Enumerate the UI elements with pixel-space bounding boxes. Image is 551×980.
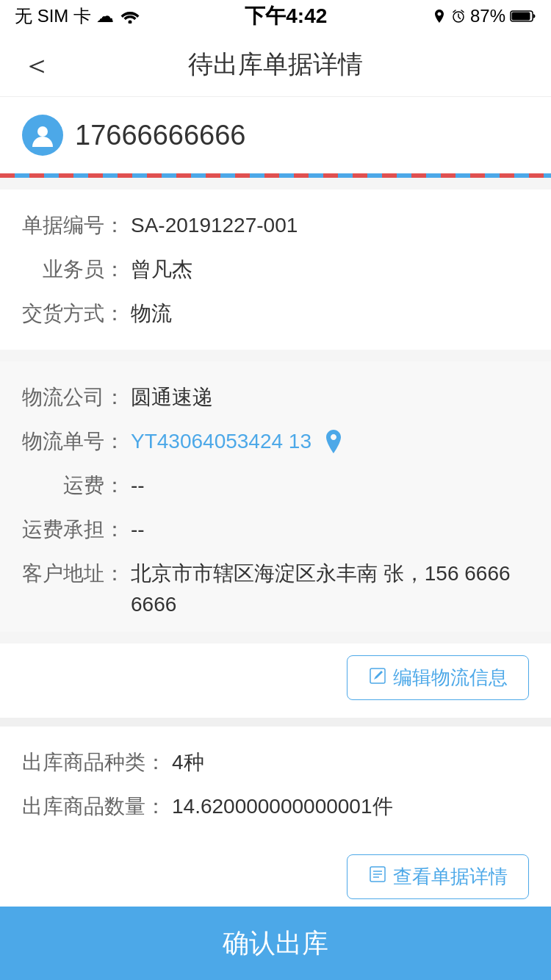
wifi-icon — [120, 9, 140, 24]
delivery-row: 交货方式： 物流 — [22, 298, 529, 329]
sales-person-label: 业务员： — [22, 254, 125, 285]
company-value: 圆通速递 — [131, 382, 529, 413]
tracking-value: YT43064053424 13 — [131, 426, 311, 457]
types-label: 出库商品种类： — [22, 747, 166, 778]
stats-section: 出库商品种类： 4种 出库商品数量： 14.620000000000001件 — [0, 727, 551, 843]
edit-logistics-area: 编辑物流信息 — [0, 644, 551, 718]
quantity-row: 出库商品数量： 14.620000000000001件 — [22, 791, 529, 822]
address-value: 北京市市辖区海淀区永丰南 张，156 6666 6666 — [131, 558, 529, 620]
address-row: 客户地址： 北京市市辖区海淀区永丰南 张，156 6666 6666 — [22, 558, 529, 620]
alarm-icon — [451, 9, 466, 24]
types-row: 出库商品种类： 4种 — [22, 747, 529, 778]
address-label: 客户地址： — [22, 558, 125, 589]
order-no-value: SA-20191227-001 — [131, 210, 529, 241]
section-separator — [0, 718, 551, 727]
freight-label: 运费： — [22, 470, 125, 501]
location-status-icon — [432, 9, 447, 24]
svg-rect-3 — [511, 12, 530, 21]
order-no-row: 单据编号： SA-20191227-001 — [22, 210, 529, 241]
tracking-label: 物流单号： — [22, 426, 125, 457]
freight-value: -- — [131, 470, 529, 501]
confirm-button-label: 确认出库 — [223, 926, 328, 962]
edit-logistics-label: 编辑物流信息 — [393, 665, 508, 691]
customer-header: 17666666666 — [0, 97, 551, 173]
tracking-row: 物流单号： YT43064053424 13 — [22, 426, 529, 457]
customer-phone: 17666666666 — [75, 120, 245, 151]
sales-person-value: 曾凡杰 — [131, 254, 529, 285]
status-time: 下午4:42 — [245, 2, 327, 30]
company-label: 物流公司： — [22, 382, 125, 413]
page-title: 待出库单据详情 — [188, 48, 363, 82]
sales-person-row: 业务员： 曾凡杰 — [22, 254, 529, 285]
view-detail-button[interactable]: 查看单据详情 — [347, 854, 529, 899]
dashed-divider — [0, 173, 551, 178]
quantity-label: 出库商品数量： — [22, 791, 166, 822]
logistics-section: 物流公司： 圆通速递 物流单号： YT43064053424 13 运费： --… — [0, 361, 551, 632]
status-bar: 无 SIM 卡 ☁ 下午4:42 87% — [0, 0, 551, 32]
view-detail-label: 查看单据详情 — [393, 864, 508, 890]
freight-bear-label: 运费承担： — [22, 514, 125, 545]
freight-row: 运费： -- — [22, 470, 529, 501]
confirm-button[interactable]: 确认出库 — [0, 907, 551, 980]
tracking-value-area: YT43064053424 13 — [125, 426, 347, 457]
battery-percent: 87% — [470, 6, 505, 26]
map-pin-icon[interactable] — [320, 428, 347, 455]
battery-icon — [510, 10, 536, 23]
delivery-value: 物流 — [131, 298, 529, 329]
nav-bar: ＜ 待出库单据详情 — [0, 32, 551, 97]
delivery-label: 交货方式： — [22, 298, 125, 329]
freight-bear-value: -- — [131, 514, 529, 545]
back-button[interactable]: ＜ — [22, 50, 51, 79]
status-right: 87% — [432, 6, 536, 26]
freight-bear-row: 运费承担： -- — [22, 514, 529, 545]
order-no-label: 单据编号： — [22, 210, 125, 241]
edit-icon — [368, 666, 387, 690]
quantity-value: 14.620000000000001件 — [172, 791, 529, 822]
avatar — [22, 115, 63, 156]
list-icon — [368, 865, 387, 889]
svg-point-0 — [128, 21, 132, 24]
sim-label: 无 SIM 卡 ☁ — [15, 4, 114, 28]
status-left: 无 SIM 卡 ☁ — [15, 4, 140, 28]
types-value: 4种 — [172, 747, 529, 778]
company-row: 物流公司： 圆通速递 — [22, 382, 529, 413]
svg-point-4 — [37, 126, 48, 137]
edit-logistics-button[interactable]: 编辑物流信息 — [347, 655, 529, 700]
order-info-section: 单据编号： SA-20191227-001 业务员： 曾凡杰 交货方式： 物流 — [0, 190, 551, 350]
